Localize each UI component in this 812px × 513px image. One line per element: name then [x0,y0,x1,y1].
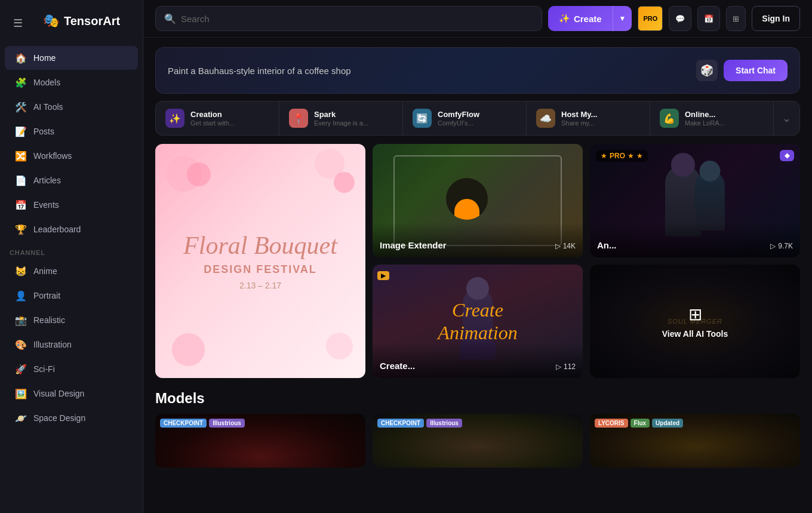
sidebar-item-portrait[interactable]: 👤 Portrait [5,284,138,308]
hero-prompt: Paint a Bauhaus-style interior of a coff… [168,66,351,76]
hamburger-menu[interactable]: ☰ [7,13,29,34]
create-dropdown-arrow[interactable]: ▼ [613,6,632,31]
tools-overlay: ⊞ View All AI Tools [590,265,800,378]
logo[interactable]: 🎭 TensorArt [33,10,130,37]
anime-pro-badge: ◆ [780,150,794,161]
sidebar-header: ☰ 🎭 TensorArt [0,7,143,45]
posts-icon: 📝 [14,125,27,138]
calendar-button[interactable]: 📅 [697,6,720,31]
play-icon-3: ▷ [556,363,561,371]
comfyflow-title: ComfyFlow [438,110,479,119]
feature-tab-comfyflow[interactable]: 🔄 ComfyFlow ComfyUI's... [403,102,527,135]
sidebar-item-articles[interactable]: 📄 Articles [5,168,138,192]
sidebar-item-space-design[interactable]: 🪐 Space Design [5,406,138,430]
sidebar: ☰ 🎭 TensorArt 🏠 Home 🧩 Models 🛠️ AI Tool… [0,0,143,513]
create-button[interactable]: ✨ Create ▼ [548,6,632,31]
pro-badge[interactable]: PRO [638,6,663,31]
sidebar-item-anime[interactable]: 😸 Anime [5,259,138,283]
feature-tab-spark[interactable]: 📍 Spark Every Image is a... [279,102,403,135]
view-all-ai-tools-card[interactable]: SOUL MERGER ⊞ View All AI Tools [590,265,800,378]
channel-section-label: Channel [0,242,143,259]
image-extender-card[interactable]: Image Extender ▷ 14K [373,144,583,257]
floral-text: Floral Bouquet DESIGN FESTIVAL 2.13 – 2.… [171,220,349,302]
hero-actions: 🎲 Start Chat [696,60,788,81]
feature-tab-host-my[interactable]: ☁️ Host My... Share my... [527,102,650,135]
feature-tabs: ✨ Creation Get start with... 📍 Spark Eve… [155,101,800,136]
lycoris-badge: LYCORIS [595,419,628,428]
sidebar-item-realistic[interactable]: 📸 Realistic [5,308,138,332]
sidebar-nav: 🏠 Home 🧩 Models 🛠️ AI Tools 📝 Posts 🔀 Wo… [0,45,143,242]
creation-subtitle: Get start with... [190,119,235,127]
sidebar-item-illustration[interactable]: 🎨 Illustration [5,333,138,357]
calendar-icon: 📅 [704,14,713,23]
spark-title: Spark [314,110,368,119]
sidebar-item-label: Realistic [33,315,65,325]
start-chat-button[interactable]: Start Chat [724,60,788,81]
search-input[interactable] [181,14,533,24]
sidebar-item-visual-design[interactable]: 🖼️ Visual Design [5,382,138,406]
image-extender-bg: Image Extender ▷ 14K [373,144,583,257]
feature-tab-text: ComfyFlow ComfyUI's... [438,110,479,127]
model-card-2[interactable]: CHECKPOINT Illustrious [373,414,583,468]
sidebar-item-leaderboard[interactable]: 🏆 Leaderboard [5,217,138,241]
anime-card-label: An... ▷ 9.7K [590,222,800,257]
feature-tab-text: Spark Every Image is a... [314,110,368,127]
sidebar-item-ai-tools[interactable]: 🛠️ AI Tools [5,95,138,119]
create-anim-label: Create... ▷ 112 [373,343,583,378]
star-icon: ★ [601,152,607,160]
sidebar-item-sci-fi[interactable]: 🚀 Sci-Fi [5,357,138,381]
visual-design-icon: 🖼️ [14,387,27,400]
sidebar-item-label: Leaderboard [33,225,81,234]
star-icon-3: ★ [636,152,643,160]
soul-merger-bg: SOUL MERGER ⊞ View All AI Tools [590,265,800,378]
illustrious-badge: Illustrious [209,419,245,428]
create-btn-main: ✨ Create [548,6,613,31]
channel-nav: 😸 Anime 👤 Portrait 📸 Realistic 🎨 Illustr… [0,259,143,431]
random-prompt-button[interactable]: 🎲 [696,60,718,81]
sidebar-item-label: Posts [33,127,54,136]
create-animation-card[interactable]: Create Animation ▶ Create... ▷ 112 [373,265,583,378]
checkpoint-badge: CHECKPOINT [160,419,207,428]
signin-button[interactable]: Sign In [752,6,800,31]
sidebar-item-posts[interactable]: 📝 Posts [5,119,138,143]
anime-pro-card[interactable]: ◆ ★ PRO ★ ★ An... ▷ 9.7K [590,144,800,257]
updated-badge: Updated [652,419,683,428]
diamond-icon: ◆ [785,152,789,159]
gothic-bg: ◆ ★ PRO ★ ★ An... ▷ 9.7K [590,144,800,257]
more-tabs-button[interactable]: ⌄ [774,102,799,135]
sidebar-item-label: Visual Design [33,389,84,398]
comfyflow-subtitle: ComfyUI's... [438,119,479,127]
main-content: 🔍 ✨ Create ▼ PRO 💬 📅 ⊞ Sign In Paint a B… [143,0,812,513]
feature-tab-online[interactable]: 💪 Online... Make LoRA... [650,102,774,135]
discord-button[interactable]: 💬 [669,6,691,31]
image-extender-stat: ▷ 14K [555,242,576,250]
online-icon: 💪 [660,109,679,128]
sidebar-item-models[interactable]: 🧩 Models [5,70,138,94]
feature-tab-text: Creation Get start with... [190,110,235,127]
floral-subtitle: DESIGN FESTIVAL [183,263,337,276]
feature-tab-text: Host My... Share my... [561,110,597,127]
sidebar-item-label: Sci-Fi [33,364,55,374]
search-box[interactable]: 🔍 [155,6,542,31]
articles-icon: 📄 [14,174,27,187]
sidebar-item-home[interactable]: 🏠 Home [5,46,138,70]
models-section-title: Models [155,390,800,407]
sidebar-item-label: Illustration [33,340,72,349]
model-card-3[interactable]: LYCORIS Flux Updated [590,414,800,468]
image-extender-title: Image Extender [380,240,447,250]
sidebar-item-label: Workflows [33,151,72,161]
feature-tab-creation[interactable]: ✨ Creation Get start with... [156,102,279,135]
sidebar-item-label: Models [33,78,60,87]
sidebar-item-workflows[interactable]: 🔀 Workflows [5,144,138,168]
floral-date: 2.13 – 2.17 [183,281,337,290]
model-3-badges: LYCORIS Flux Updated [595,419,683,428]
play-icon: ▷ [555,242,561,250]
model-1-badges: CHECKPOINT Illustrious [160,419,245,428]
floral-bouquet-card[interactable]: Floral Bouquet DESIGN FESTIVAL 2.13 – 2.… [155,144,365,378]
model-card-1[interactable]: CHECKPOINT Illustrious [155,414,365,468]
sidebar-item-events[interactable]: 📅 Events [5,193,138,217]
sidebar-item-label: Events [33,200,59,210]
apps-button[interactable]: ⊞ [726,6,746,31]
events-icon: 📅 [14,198,27,211]
models-icon: 🧩 [14,76,27,89]
